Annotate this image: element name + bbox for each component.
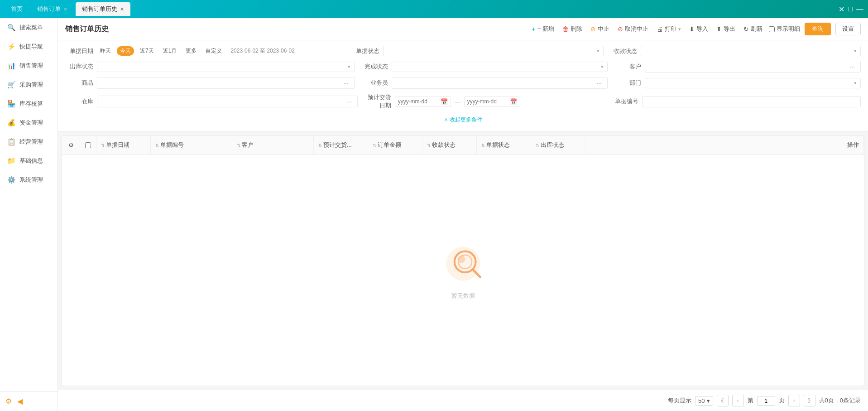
th-action: 操作 [585, 135, 864, 155]
sidebar-item-purchase[interactable]: 🛒 采购管理 [0, 75, 58, 94]
next-page-btn[interactable]: › [788, 395, 800, 406]
outbound-status-select[interactable]: ▾ [97, 62, 355, 72]
close-tab-sales-order[interactable]: ✕ [63, 6, 67, 12]
topbar-minimize-icon[interactable]: — [856, 5, 863, 13]
setting-button[interactable]: 设置 [835, 23, 861, 35]
date-btn-today[interactable]: 今天 [117, 46, 134, 56]
sidebar-item-search[interactable]: 🔍 搜索菜单 [0, 18, 58, 37]
sort-receipt-icon[interactable]: ⇅ [427, 143, 431, 148]
query-button[interactable]: 查询 [805, 23, 831, 35]
stop-button[interactable]: ⊘ 中止 [589, 24, 611, 34]
warehouse-dots-icon[interactable]: ··· [345, 98, 354, 105]
th-delivery: ⇅ 预计交货... [314, 135, 368, 155]
sidebar-item-system[interactable]: ⚙️ 系统管理 [0, 170, 58, 189]
sort-date-icon[interactable]: ⇅ [101, 143, 105, 148]
gear-icon[interactable]: ⚙ [68, 142, 74, 149]
print-icon: 🖨 [657, 25, 663, 33]
tab-home[interactable]: 首页 [5, 2, 29, 16]
topbar-restore-icon[interactable]: □ [848, 5, 853, 13]
sidebar-item-quick-nav[interactable]: ⚡ 快捷导航 [0, 37, 58, 56]
cancel-icon: ⊘ [618, 25, 623, 33]
sort-outbound-icon[interactable]: ⇅ [536, 143, 539, 148]
delivery-date-end-input[interactable] [467, 98, 508, 105]
page-input[interactable] [757, 396, 775, 406]
filter-row-3: 商品 ··· 业务员 ··· 部门 ▾ [65, 77, 861, 89]
goods-select[interactable]: ··· [97, 77, 355, 89]
order-status-label: 单据状态 [351, 47, 383, 55]
export-button[interactable]: ⬆ 导出 [715, 24, 737, 34]
toolbar: + + 新增 🗑 删除 ⊘ 中止 ⊘ 取消中止 🖨 打印 [530, 23, 861, 35]
per-page-select[interactable]: 50 ▾ [695, 396, 713, 406]
show-detail-checkbox[interactable] [769, 26, 775, 32]
tab-sales-order[interactable]: 销售订单 ✕ [31, 2, 74, 16]
sort-customer-icon[interactable]: ⇅ [237, 143, 240, 148]
print-dropdown-icon[interactable]: ▾ [678, 26, 681, 32]
th-checkbox[interactable] [80, 135, 96, 155]
first-page-btn[interactable]: ⟪ [717, 395, 729, 406]
customer-label: 客户 [613, 63, 645, 71]
outbound-status-chevron: ▾ [348, 64, 350, 70]
pagination: 每页显示 50 ▾ ⟪ ‹ 第 页 › ⟫ 共0页，0条记录 [58, 390, 868, 411]
topbar: 首页 销售订单 ✕ 销售订单历史 ✕ ✕ □ — [0, 0, 868, 18]
sidebar-item-basic-info[interactable]: 📁 基础信息 [0, 151, 58, 170]
receipt-status-select[interactable]: ▾ [641, 46, 861, 56]
import-icon: ⬇ [689, 25, 695, 33]
order-no-input[interactable] [642, 96, 861, 107]
salesperson-select[interactable]: ··· [392, 77, 608, 89]
date-btn-yesterday[interactable]: 昨天 [97, 46, 114, 56]
date-btn-custom[interactable]: 自定义 [202, 46, 225, 56]
import-button[interactable]: ⬇ 导入 [687, 24, 710, 34]
tab-sales-order-history[interactable]: 销售订单历史 ✕ [76, 2, 130, 16]
sort-amount-icon[interactable]: ⇅ [373, 143, 376, 148]
th-customer: ⇅ 客户 [232, 135, 314, 155]
select-all-checkbox[interactable] [85, 142, 91, 148]
complete-status-select[interactable]: ▾ [392, 62, 608, 72]
show-detail-checkbox-area[interactable]: 显示明细 [769, 25, 800, 33]
date-btn-1month[interactable]: 近1月 [160, 46, 180, 56]
sidebar-item-finance[interactable]: 💰 资金管理 [0, 113, 58, 132]
order-status-select[interactable]: ▾ [383, 46, 603, 56]
date-btn-7days[interactable]: 近7天 [137, 46, 157, 56]
calendar-end-icon[interactable]: 📅 [510, 98, 517, 105]
delivery-date-end[interactable]: 📅 [464, 97, 520, 107]
export-icon: ⬆ [716, 25, 722, 33]
warehouse-select[interactable]: ··· [97, 96, 358, 107]
sidebar-item-inventory[interactable]: 🏪 库存核算 [0, 94, 58, 113]
delete-icon: 🗑 [562, 25, 569, 33]
sidebar-item-operations[interactable]: 📋 经营管理 [0, 132, 58, 151]
delete-button[interactable]: 🗑 删除 [561, 24, 584, 34]
salesperson-dots-icon[interactable]: ··· [595, 79, 604, 87]
sidebar-item-sales[interactable]: 📊 销售管理 [0, 56, 58, 75]
close-tab-sales-order-history[interactable]: ✕ [120, 6, 124, 12]
last-page-btn[interactable]: ⟫ [804, 395, 815, 406]
date-dash: — [455, 98, 460, 105]
date-btn-more[interactable]: 更多 [182, 46, 200, 56]
filter-row-4: 仓库 ··· 预计交货日期 📅 — 📅 单 [65, 93, 861, 110]
operations-icon: 📋 [7, 138, 16, 146]
quick-nav-icon: ⚡ [7, 43, 16, 51]
basic-info-icon: 📁 [7, 157, 16, 165]
department-select[interactable]: ▾ [645, 78, 861, 88]
sidebar-collapse-icon[interactable]: ◀ [17, 397, 23, 406]
collapse-button[interactable]: ∧ 收起更多条件 [65, 114, 861, 126]
cancel-button[interactable]: ⊘ 取消中止 [616, 24, 650, 34]
order-no-text-input[interactable] [646, 98, 857, 105]
sort-delivery-icon[interactable]: ⇅ [318, 143, 322, 148]
calendar-start-icon[interactable]: 📅 [441, 98, 448, 105]
customer-select[interactable]: ··· [645, 61, 861, 73]
delivery-date-start[interactable]: 📅 [395, 97, 451, 107]
sort-order-icon[interactable]: ⇅ [481, 143, 485, 148]
add-button[interactable]: + + 新增 [530, 24, 556, 34]
sidebar-settings-icon[interactable]: ⚙ [5, 397, 12, 406]
delivery-date-start-input[interactable] [398, 98, 439, 105]
sort-no-icon[interactable]: ⇅ [155, 143, 159, 148]
prev-page-btn[interactable]: ‹ [732, 395, 744, 406]
finance-icon: 💰 [7, 119, 16, 127]
topbar-close-icon[interactable]: ✕ [839, 5, 844, 14]
th-settings[interactable]: ⚙ [62, 135, 80, 155]
customer-dots-icon[interactable]: ··· [848, 63, 857, 70]
print-button[interactable]: 🖨 打印 ▾ [655, 24, 683, 34]
empty-state: 暂无数据 [62, 155, 864, 386]
refresh-button[interactable]: ↻ 刷新 [742, 24, 764, 34]
goods-dots-icon[interactable]: ··· [341, 79, 350, 87]
